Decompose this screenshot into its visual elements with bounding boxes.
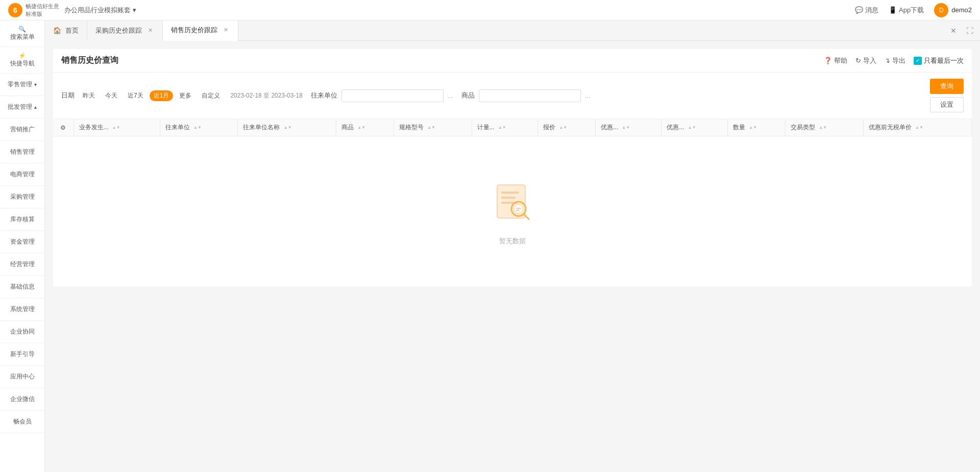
col-pretax-price[interactable]: 优惠前无税单价 ▲▼ (863, 119, 971, 136)
date-chip-custom[interactable]: 自定义 (198, 90, 224, 101)
import-btn[interactable]: ↻ 导入 (855, 56, 876, 65)
col-trade-type[interactable]: 交易类型 ▲▼ (785, 119, 863, 136)
sidebar-item-system[interactable]: 系统管理 (0, 298, 44, 321)
content-area: 🏠 首页 采购历史价跟踪 ✕ 销售历史价跟踪 ✕ ✕ ⛶ 销售历史价查询 (45, 20, 980, 472)
svg-rect-2 (501, 197, 516, 199)
sidebar-item-apps[interactable]: 应用中心 (0, 366, 44, 388)
sort-icon: ▲▼ (688, 125, 696, 130)
sort-icon: ▲▼ (749, 125, 757, 130)
col-spec[interactable]: 规格型号 ▲▼ (394, 119, 472, 136)
date-chip-today[interactable]: 今天 (101, 90, 121, 101)
header-left: 6 畅捷信好生意 标准版 办公用品行业模拟账套 ▾ (8, 3, 136, 17)
date-label: 日期 (61, 91, 75, 100)
from-unit-input[interactable] (341, 89, 444, 102)
page-title-bar: 销售历史价查询 ❓ 帮助 ↻ 导入 ↴ 导出 (53, 49, 972, 73)
settings-button[interactable]: 设置 (930, 97, 964, 112)
logo-icon: 6 (8, 3, 22, 17)
col-discount1[interactable]: 优惠... ▲▼ (595, 119, 662, 136)
phone-icon: 📱 (889, 6, 897, 14)
search-icon: 🔍 (18, 26, 26, 33)
filter-row-partner: 往来单位 ... (311, 89, 453, 102)
tab-purchase-history[interactable]: 采购历史价跟踪 ✕ (87, 20, 163, 41)
sidebar-item-basic[interactable]: 基础信息 (0, 276, 44, 298)
goods-dots[interactable]: ... (585, 92, 591, 100)
svg-rect-8 (516, 210, 520, 211)
help-icon: ❓ (824, 57, 832, 64)
sidebar-item-marketing[interactable]: 营销推广 (0, 119, 44, 141)
logo-text: 畅捷信好生意 标准版 (26, 3, 59, 17)
only-last-checkbox[interactable]: ✓ 只看最后一次 (914, 56, 964, 65)
svg-rect-1 (501, 192, 519, 194)
tab-bar-actions: ✕ ⛶ (947, 25, 980, 37)
chevron-down-icon: ▾ (133, 6, 136, 14)
tab-sales-history[interactable]: 销售历史价跟踪 ✕ (163, 20, 238, 41)
action-btn-group: 查询 设置 (930, 79, 964, 112)
app-download-btn[interactable]: 📱 App下载 (889, 6, 924, 15)
sidebar-item-inventory[interactable]: 库存核算 (0, 208, 44, 231)
sidebar-item-guide[interactable]: 新手引导 (0, 343, 44, 366)
top-header: 6 畅捷信好生意 标准版 办公用品行业模拟账套 ▾ 💬 消息 📱 App下载 D… (0, 0, 980, 20)
sidebar-item-enterprise[interactable]: 企业协同 (0, 321, 44, 343)
help-btn[interactable]: ❓ 帮助 (824, 56, 847, 65)
goods-input[interactable] (479, 89, 581, 102)
sidebar-item-purchase[interactable]: 采购管理 (0, 186, 44, 208)
col-goods[interactable]: 商品 ▲▼ (336, 119, 394, 136)
message-btn[interactable]: 💬 消息 (855, 6, 878, 15)
sidebar-item-wholesale[interactable]: 批发管理 ▴ (0, 96, 44, 119)
date-chip-yesterday[interactable]: 昨天 (79, 90, 99, 101)
account-selector[interactable]: 办公用品行业模拟账套 ▾ (64, 6, 136, 15)
date-chip-more[interactable]: 更多 (175, 90, 195, 101)
sort-icon: ▲▼ (498, 125, 506, 130)
sort-icon: ▲▼ (559, 125, 567, 130)
tab-close-sales[interactable]: ✕ (222, 26, 230, 34)
sidebar-item-finance[interactable]: 资金管理 (0, 231, 44, 253)
sort-icon: ▲▼ (112, 125, 120, 130)
page-title: 销售历史价查询 (61, 55, 118, 66)
filter-row-goods: 商品 ... (461, 89, 591, 102)
search-button[interactable]: 查询 (930, 79, 964, 94)
export-icon: ↴ (885, 57, 890, 64)
sidebar-item-ecommerce[interactable]: 电商管理 (0, 163, 44, 186)
sidebar-item-sales[interactable]: 销售管理 (0, 141, 44, 163)
export-btn[interactable]: ↴ 导出 (885, 56, 905, 65)
filter-area: 日期 昨天 今天 近7天 近1月 更多 自定义 2023-02-18 至 202… (53, 73, 972, 119)
empty-illustration (487, 177, 538, 228)
sidebar-item-wechat[interactable]: 企业微信 (0, 388, 44, 411)
sort-icon: ▲▼ (819, 125, 827, 130)
col-price[interactable]: 报价 ▲▼ (538, 119, 596, 136)
user-area[interactable]: D demo2 (934, 3, 972, 17)
import-icon: ↻ (855, 57, 861, 64)
data-table: ⚙ 业务发生... ▲▼ 往来单位 ▲▼ (53, 119, 972, 136)
col-quantity[interactable]: 数量 ▲▼ (728, 119, 786, 136)
sidebar-item-quick-nav[interactable]: ⚡ 快捷导航 (0, 47, 44, 74)
col-discount2[interactable]: 优惠... ▲▼ (662, 119, 728, 136)
tab-home[interactable]: 🏠 首页 (45, 20, 87, 41)
sort-icon: ▲▼ (427, 125, 435, 130)
col-partner-name[interactable]: 往来单位名称 ▲▼ (238, 119, 336, 136)
col-unit[interactable]: 计量... ▲▼ (472, 119, 538, 136)
maximize-btn[interactable]: ⛶ (964, 25, 976, 37)
col-partner-code[interactable]: 往来单位 ▲▼ (160, 119, 238, 136)
col-settings[interactable]: ⚙ (53, 119, 74, 136)
quicknav-icon: ⚡ (18, 52, 26, 59)
col-biz-date[interactable]: 业务发生... ▲▼ (74, 119, 160, 136)
goods-label: 商品 (461, 91, 475, 100)
sort-icon: ▲▼ (193, 125, 202, 130)
filter-row-date: 日期 昨天 今天 近7天 近1月 更多 自定义 2023-02-18 至 202… (61, 90, 303, 101)
from-unit-dots[interactable]: ... (448, 92, 453, 100)
tab-close-purchase[interactable]: ✕ (146, 27, 154, 35)
sidebar-item-search-menu[interactable]: 🔍 搜索菜单 (0, 20, 44, 47)
avatar: D (934, 3, 948, 17)
checkbox-icon: ✓ (914, 57, 922, 65)
sidebar-item-member[interactable]: 畅会员 (0, 411, 44, 433)
sidebar-item-operation[interactable]: 经营管理 (0, 253, 44, 276)
settings-icon: ⚙ (60, 124, 66, 131)
svg-rect-7 (516, 208, 521, 209)
sidebar-item-retail[interactable]: 零售管理 ▾ (0, 74, 44, 96)
empty-state: 暂无数据 (53, 136, 972, 287)
date-chip-1month[interactable]: 近1月 (150, 90, 174, 101)
date-chip-7days[interactable]: 近7天 (124, 90, 148, 101)
date-chips: 昨天 今天 近7天 近1月 更多 自定义 (79, 90, 224, 101)
close-tab-btn[interactable]: ✕ (947, 25, 960, 37)
empty-text: 暂无数据 (499, 237, 526, 246)
